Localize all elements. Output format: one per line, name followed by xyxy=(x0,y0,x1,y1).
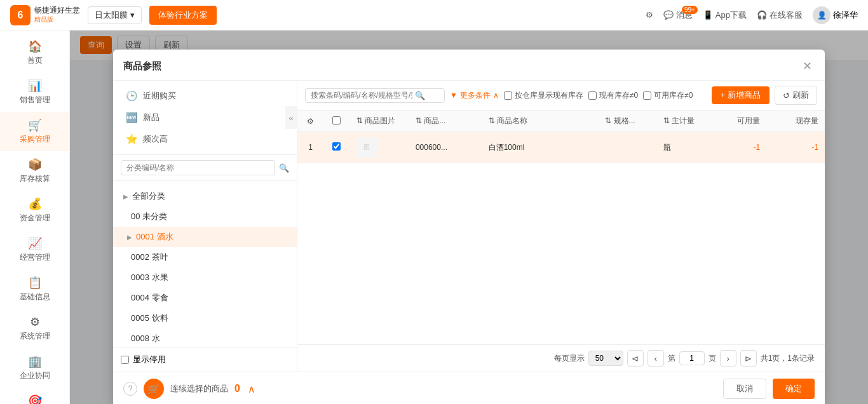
sidebar-item-enterprise[interactable]: 🏢 企业协同 xyxy=(0,348,69,387)
sidebar-item-guide[interactable]: 🎯 新手引导 xyxy=(0,387,69,404)
sidebar-item-finance[interactable]: 💰 资金管理 xyxy=(0,191,69,230)
filter-label: 更多条件 xyxy=(460,90,491,101)
cat-item-tea[interactable]: 0002 茶叶 xyxy=(113,247,297,267)
quick-item-frequent[interactable]: ⭐ 频次高 xyxy=(121,130,289,148)
col-check-header[interactable] xyxy=(323,111,349,132)
logo-text: 畅捷通好生意 xyxy=(34,6,80,16)
cat-label-water: 0008 水 xyxy=(131,333,160,344)
category-search-input[interactable] xyxy=(121,160,275,175)
collapse-selected-icon[interactable]: ∧ xyxy=(248,383,255,395)
cat-item-unclassified[interactable]: 00 未分类 xyxy=(113,206,297,227)
cancel-btn[interactable]: 取消 xyxy=(723,379,766,399)
row-stock-cell: -1 xyxy=(766,132,825,163)
user-name: 徐泽华 xyxy=(833,10,858,21)
col-spec-sort-icon: ⇅ xyxy=(605,116,611,125)
online-service-nav-item[interactable]: 🎧 在线客服 xyxy=(757,10,803,21)
checkbox-avail[interactable]: 可用库存≠0 xyxy=(643,90,693,101)
experience-btn[interactable]: 体验行业方案 xyxy=(149,6,217,25)
sidebar-item-label-sales: 销售管理 xyxy=(20,95,50,105)
logo-icon: 6 xyxy=(10,5,31,25)
quick-item-new-label: 新品 xyxy=(143,112,159,123)
content-area: 查询 设置 刷新 商品参照 ✕ 🕒 xyxy=(70,30,868,404)
next-page-btn[interactable]: › xyxy=(720,350,736,367)
page-number-input[interactable] xyxy=(679,351,705,365)
checkbox-warehouse[interactable]: 按仓库显示现有库存 xyxy=(504,90,583,101)
messages-icon: 💬 xyxy=(663,10,674,20)
cat-item-fruit[interactable]: 0003 水果 xyxy=(113,267,297,288)
help-icon[interactable]: ? xyxy=(123,382,137,396)
sidebar-item-label-home: 首页 xyxy=(27,55,43,66)
prev-page-btn[interactable]: ‹ xyxy=(648,350,664,367)
sidebar-item-system[interactable]: ⚙ 系统管理 xyxy=(0,309,69,348)
cat-arrow-all: ▶ xyxy=(123,193,128,200)
filter-arrow-icon: ∧ xyxy=(493,91,499,100)
sidebar-item-home[interactable]: 🏠 首页 xyxy=(0,33,69,72)
cat-item-all[interactable]: ▶ 全部分类 xyxy=(113,186,297,206)
collapse-left-btn[interactable]: « xyxy=(285,106,297,129)
cat-item-water[interactable]: 0008 水 xyxy=(113,328,297,347)
table-row[interactable]: 1 图 000600... 白酒100ml 瓶 xyxy=(297,132,825,163)
refresh-btn[interactable]: ↺ 刷新 xyxy=(775,86,817,105)
sidebar-item-label-finance: 资金管理 xyxy=(20,213,50,224)
first-page-btn[interactable]: ⊲ xyxy=(627,350,644,367)
home-icon: 🏠 xyxy=(28,39,42,53)
select-all-checkbox[interactable] xyxy=(332,116,341,125)
sidebar: 🏠 首页 📊 销售管理 🛒 采购管理 📦 库存核算 💰 资金管理 📈 经营管理 … xyxy=(0,30,70,404)
user-area[interactable]: 👤 徐泽华 xyxy=(813,6,858,24)
sidebar-item-label-management: 经营管理 xyxy=(20,252,50,263)
show-disabled-label: 显示停用 xyxy=(133,354,166,365)
add-product-btn[interactable]: + 新增商品 xyxy=(712,86,770,104)
top-nav-right: ⚙ 💬 消息 99+ 📱 App下载 🎧 在线客服 👤 徐泽华 xyxy=(646,6,858,24)
sidebar-item-sales[interactable]: 📊 销售管理 xyxy=(0,72,69,112)
toolbar-right: + 新增商品 ↺ 刷新 xyxy=(712,86,817,105)
sidebar-item-inventory[interactable]: 📦 库存核算 xyxy=(0,151,69,191)
store-selector[interactable]: 日太阳膜 ▾ xyxy=(88,6,142,24)
refresh-icon: ↺ xyxy=(783,91,790,100)
table-header-row: ⚙ ⇅ 商品图片 ⇅ 商品... xyxy=(297,111,825,132)
row-checkbox-cell[interactable] xyxy=(323,132,349,163)
sidebar-item-purchase[interactable]: 🛒 采购管理 xyxy=(0,112,69,151)
product-search-input[interactable] xyxy=(311,91,412,100)
quick-item-new[interactable]: 🆕 新品 xyxy=(121,109,289,126)
sidebar-item-management[interactable]: 📈 经营管理 xyxy=(0,230,69,269)
confirm-btn[interactable]: 确定 xyxy=(773,379,815,399)
sidebar-item-basic[interactable]: 📋 基础信息 xyxy=(0,269,69,309)
last-page-btn[interactable]: ⊳ xyxy=(740,350,757,367)
modal-close-btn[interactable]: ✕ xyxy=(799,58,815,74)
messages-nav-item[interactable]: 💬 消息 99+ xyxy=(663,10,693,21)
modal-pagination: 每页显示 20 50 100 ⊲ ‹ 第 页 › xyxy=(297,344,825,372)
cat-label-snack: 0004 零食 xyxy=(131,292,168,304)
page-size-select[interactable]: 20 50 100 xyxy=(588,351,623,366)
cat-item-liquor[interactable]: ▶ 0001 酒水 xyxy=(113,227,297,247)
user-avatar: 👤 xyxy=(813,6,831,24)
category-search-icon[interactable]: 🔍 xyxy=(279,163,289,173)
page-label: 第 xyxy=(668,353,675,364)
settings-nav-item[interactable]: ⚙ xyxy=(646,10,653,20)
cat-label-all: 全部分类 xyxy=(132,191,165,202)
cat-item-snack[interactable]: 0004 零食 xyxy=(113,288,297,308)
footer-btns: 取消 确定 xyxy=(723,379,815,399)
enterprise-icon: 🏢 xyxy=(28,354,42,368)
warehouse-checkbox-input[interactable] xyxy=(504,91,512,100)
quick-item-recent[interactable]: 🕒 近期购买 xyxy=(121,87,289,105)
logo-area: 6 畅捷通好生意 精品版 xyxy=(10,5,80,25)
col-settings-header[interactable]: ⚙ xyxy=(297,111,323,132)
modal: 商品参照 ✕ 🕒 近期购买 🆕 xyxy=(113,50,825,404)
cat-item-beverage[interactable]: 0005 饮料 xyxy=(113,308,297,328)
row-checkbox[interactable] xyxy=(332,142,341,151)
guide-icon: 🎯 xyxy=(28,394,42,404)
search-icon[interactable]: 🔍 xyxy=(415,91,425,100)
show-disabled-checkbox[interactable] xyxy=(121,356,129,364)
avail-checkbox-input[interactable] xyxy=(643,91,651,100)
sidebar-item-label-enterprise: 企业协同 xyxy=(20,370,50,381)
refresh-label: 刷新 xyxy=(792,90,809,101)
logo-sub: 精品版 xyxy=(34,15,80,24)
app-download-nav-item[interactable]: 📱 App下载 xyxy=(703,10,747,21)
row-num: 1 xyxy=(297,132,323,163)
checkbox-stock[interactable]: 现有库存≠0 xyxy=(588,90,638,101)
cart-icon[interactable]: 🛒 xyxy=(144,379,164,399)
purchase-icon: 🛒 xyxy=(28,118,42,132)
filter-btn[interactable]: ▼ 更多条件 ∧ xyxy=(450,90,499,101)
row-unit-cell: 瓶 xyxy=(657,132,708,163)
stock-checkbox-input[interactable] xyxy=(588,91,597,100)
